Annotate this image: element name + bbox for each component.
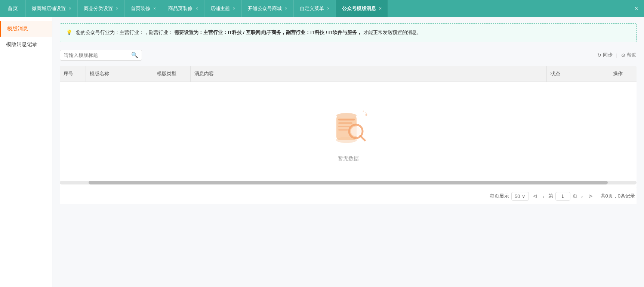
nav-tab-label-0: 微商城店铺设置	[32, 5, 66, 12]
per-page-select[interactable]: 50 ∨	[511, 192, 529, 201]
search-actions: ↻ 同步 | ⊙ 帮助	[597, 52, 637, 58]
nav-tab-3[interactable]: 商品页装修 ×	[162, 0, 204, 17]
nav-tab-close-1[interactable]: ×	[116, 6, 118, 11]
nav-tab-close-7[interactable]: ×	[379, 6, 382, 11]
svg-rect-4	[338, 126, 350, 127]
th-action-label: 操作	[613, 71, 623, 76]
global-close-button[interactable]: ×	[629, 5, 644, 12]
svg-rect-2	[338, 119, 355, 120]
table-wrap: 序号 模版名称 模版类型 消息内容 状态 操作	[60, 66, 637, 188]
content-area: 💡 您的公众号行业为：主营行业：，副营行业： 需要设置为：主营行业：IT科技 /…	[52, 17, 644, 287]
th-type-label: 模版类型	[157, 71, 176, 76]
th-seq-label: 序号	[64, 71, 73, 76]
th-action: 操作	[599, 66, 637, 82]
th-name-label: 模版名称	[90, 71, 109, 76]
help-label: 帮助	[627, 52, 637, 58]
svg-point-6	[336, 113, 357, 118]
sidebar-item-template-message[interactable]: 模版消息	[0, 21, 52, 37]
search-bar: 🔍 ↻ 同步 | ⊙ 帮助	[60, 50, 637, 61]
nav-tab-close-5[interactable]: ×	[285, 6, 287, 11]
top-nav: 首页 微商城店铺设置 × 商品分类设置 × 首页装修 × 商品页装修 × 店铺主…	[0, 0, 644, 17]
nav-tab-label-4: 店铺主题	[210, 5, 230, 12]
empty-illustration	[326, 104, 371, 149]
first-page-button[interactable]: ⊲	[531, 192, 539, 200]
sidebar: 模版消息 模版消息记录	[0, 17, 52, 287]
notice-prefix: 您的公众号行业为：主营行业：，副营行业：	[76, 30, 173, 35]
nav-tab-label-2: 首页装修	[131, 5, 150, 12]
nav-tab-close-4[interactable]: ×	[233, 6, 235, 11]
nav-tab-close-6[interactable]: ×	[327, 6, 330, 11]
help-icon: ⊙	[621, 52, 625, 58]
notice-icon: 💡	[66, 30, 72, 35]
svg-line-12	[365, 113, 367, 113]
nav-tab-label-7: 公众号模版消息	[342, 5, 376, 12]
nav-tab-2[interactable]: 首页装修 ×	[125, 0, 162, 17]
search-input-wrap: 🔍	[60, 50, 142, 61]
sync-label: 同步	[603, 52, 613, 58]
nav-tab-5[interactable]: 开通公众号商城 ×	[242, 0, 294, 17]
th-type: 模版类型	[153, 66, 191, 82]
th-status: 状态	[547, 66, 599, 82]
notice-suffix: 才能正常发送预置的消息。	[363, 30, 422, 35]
svg-rect-3	[338, 122, 352, 124]
th-content-label: 消息内容	[194, 71, 214, 76]
sidebar-item-label-1: 模版消息记录	[6, 41, 37, 47]
nav-tab-6[interactable]: 自定义菜单 ×	[294, 0, 336, 17]
main-layout: 模版消息 模版消息记录 💡 您的公众号行业为：主营行业：，副营行业： 需要设置为…	[0, 17, 644, 287]
th-content: 消息内容	[191, 66, 547, 82]
scroll-thumb	[89, 181, 608, 184]
sync-icon: ↻	[597, 52, 601, 58]
th-seq: 序号	[60, 66, 86, 82]
divider: |	[616, 52, 617, 58]
sidebar-item-template-record[interactable]: 模版消息记录	[0, 37, 52, 52]
nav-tab-1[interactable]: 商品分类设置 ×	[78, 0, 125, 17]
chevron-down-icon: ∨	[522, 193, 526, 199]
nav-tab-close-0[interactable]: ×	[69, 6, 71, 11]
pagination: 每页显示 50 ∨ ⊲ ‹ 第 1 页 › ⊳ 共0页，0条记录	[60, 188, 637, 204]
table-header: 序号 模版名称 模版类型 消息内容 状态 操作	[60, 66, 637, 82]
th-status-label: 状态	[551, 71, 560, 76]
search-input[interactable]	[60, 50, 142, 61]
nav-tab-close-2[interactable]: ×	[153, 6, 156, 11]
page-unit: 页	[573, 193, 577, 199]
svg-point-10	[365, 114, 367, 116]
scroll-track[interactable]	[60, 181, 637, 184]
nav-tab-label-6: 自定义菜单	[300, 5, 324, 12]
notice-box: 💡 您的公众号行业为：主营行业：，副营行业： 需要设置为：主营行业：IT科技 /…	[60, 23, 637, 42]
empty-text: 暂无数据	[338, 155, 359, 162]
prev-page-button[interactable]: ‹	[541, 192, 546, 200]
th-name: 模版名称	[86, 66, 153, 82]
global-close-icon: ×	[635, 5, 638, 12]
nav-tab-7[interactable]: 公众号模版消息 ×	[336, 0, 388, 17]
sidebar-item-label-0: 模版消息	[7, 25, 28, 31]
nav-home[interactable]: 首页	[0, 0, 26, 17]
svg-line-9	[360, 136, 365, 140]
nav-tab-0[interactable]: 微商城店铺设置 ×	[26, 0, 78, 17]
help-button[interactable]: ⊙ 帮助	[621, 52, 637, 58]
nav-tab-label-3: 商品页装修	[168, 5, 192, 12]
nav-tab-label-1: 商品分类设置	[84, 5, 113, 12]
per-page-label: 每页显示	[490, 193, 509, 199]
nav-tab-label-5: 开通公众号商城	[248, 5, 282, 12]
page-label: 第	[548, 193, 553, 199]
last-page-button[interactable]: ⊳	[587, 192, 595, 200]
total-info: 共0页，0条记录	[601, 193, 635, 199]
nav-tab-4[interactable]: 店铺主题 ×	[204, 0, 242, 17]
home-label: 首页	[7, 5, 18, 12]
next-page-button[interactable]: ›	[580, 192, 585, 200]
empty-state: 暂无数据	[60, 82, 637, 177]
nav-tab-close-3[interactable]: ×	[195, 6, 198, 11]
svg-rect-5	[338, 129, 348, 131]
notice-highlight: 需要设置为：主营行业：IT科技 / 互联网|电子商务，副营行业：IT科技 / I…	[174, 30, 362, 35]
svg-point-11	[363, 110, 364, 112]
sync-button[interactable]: ↻ 同步	[597, 52, 613, 58]
search-icon[interactable]: 🔍	[131, 52, 138, 58]
svg-point-8	[351, 126, 361, 136]
page-number-input[interactable]: 1	[555, 192, 570, 201]
per-page-value: 50	[515, 193, 520, 199]
